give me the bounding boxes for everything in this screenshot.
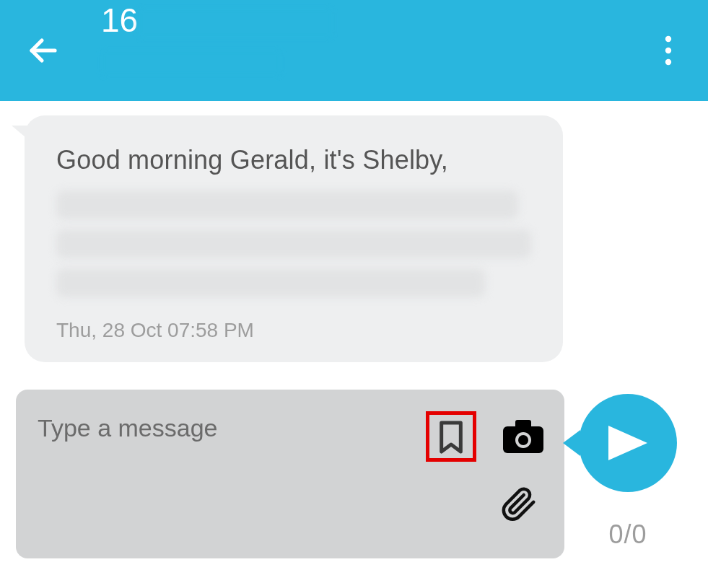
- bookmark-icon: [437, 419, 466, 455]
- send-icon: [602, 417, 654, 469]
- send-button[interactable]: [579, 394, 677, 492]
- svg-point-2: [665, 48, 671, 53]
- more-vertical-icon: [665, 35, 672, 66]
- paperclip-icon: [499, 483, 538, 522]
- message-redacted-line: [56, 229, 531, 258]
- message-redacted-line: [56, 268, 485, 297]
- header-title: 16: [101, 1, 333, 40]
- bookmark-highlight-box: [426, 411, 476, 462]
- camera-button[interactable]: [502, 419, 544, 454]
- header-subtitle: [101, 50, 333, 79]
- header-subtitle-redacted: [101, 50, 281, 76]
- message-bubble: Good morning Gerald, it's Shelby, Thu, 2…: [25, 115, 563, 362]
- header-title-prefix: 16: [101, 1, 138, 39]
- header-title-area: 16: [101, 22, 333, 78]
- bubble-tail: [12, 126, 30, 141]
- back-button[interactable]: [22, 29, 65, 72]
- message-redacted-line: [56, 190, 518, 219]
- header-title-redacted: [138, 8, 333, 38]
- compose-area: Type a message: [0, 377, 708, 566]
- back-arrow-icon: [26, 33, 61, 68]
- send-column: 0/0: [579, 390, 677, 550]
- svg-point-1: [665, 36, 671, 42]
- message-timestamp: Thu, 28 Oct 07:58 PM: [56, 319, 531, 342]
- camera-icon: [502, 419, 544, 454]
- attach-button[interactable]: [499, 483, 538, 522]
- more-options-button[interactable]: [650, 29, 686, 72]
- bookmark-button[interactable]: [437, 419, 466, 455]
- message-text: Good morning Gerald, it's Shelby,: [56, 140, 531, 180]
- incoming-message: Good morning Gerald, it's Shelby, Thu, 2…: [25, 115, 686, 362]
- svg-rect-5: [515, 420, 531, 429]
- char-counter: 0/0: [608, 519, 647, 550]
- compose-icon-group: [426, 411, 544, 522]
- svg-point-7: [518, 435, 528, 445]
- app-header: 16: [0, 0, 708, 101]
- chat-area: Good morning Gerald, it's Shelby, Thu, 2…: [0, 101, 708, 377]
- svg-point-3: [665, 59, 671, 65]
- compose-box[interactable]: Type a message: [16, 390, 564, 558]
